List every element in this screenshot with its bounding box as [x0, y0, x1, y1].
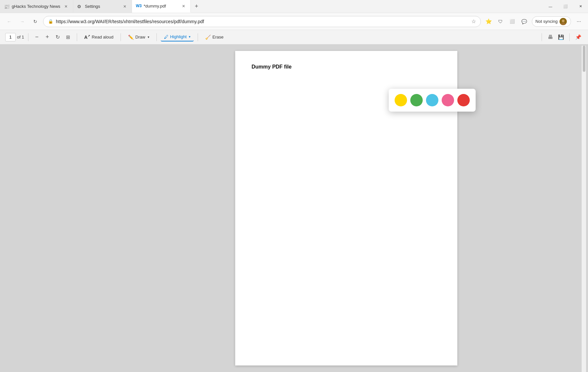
erase-button[interactable]: 🧹 Erase [202, 33, 227, 41]
highlight-button[interactable]: 🖊 Highlight ▾ [161, 33, 194, 41]
highlight-color-picker [389, 89, 476, 112]
tab-ghacks-close[interactable]: ✕ [63, 4, 69, 9]
tab-ghacks-title: gHacks Technology News [12, 4, 60, 9]
svg-point-1 [562, 20, 564, 22]
fit-page-icon: ⊞ [66, 34, 70, 40]
separator-3 [121, 33, 121, 41]
toolbar-icons: ⭐ 🛡 ⬜ 💬 [483, 16, 529, 27]
collections-icon: ⭐ [485, 18, 492, 24]
minimize-button[interactable]: — [543, 0, 558, 13]
scrollbar-track[interactable] [581, 46, 586, 372]
more-options-button[interactable]: ··· [574, 16, 584, 27]
separator-1 [28, 33, 28, 41]
draw-chevron-icon[interactable]: ▾ [148, 35, 149, 39]
tab-ghacks-favicon: 📰 [4, 4, 9, 9]
refresh-button[interactable]: ↻ [30, 16, 41, 27]
zoom-out-button[interactable]: − [32, 33, 41, 42]
draw-label: Draw [135, 35, 145, 39]
tab-pdf[interactable]: W3 *dummy.pdf ✕ [132, 0, 191, 13]
browser-essentials-icon: 🛡 [498, 19, 503, 24]
profile-avatar [560, 18, 567, 25]
forward-icon: → [20, 19, 24, 24]
draw-icon: ✏️ [128, 35, 134, 40]
fit-rotate-button[interactable]: ↻ [53, 33, 62, 42]
read-aloud-button[interactable]: A↗ Read aloud [81, 33, 117, 41]
refresh-icon: ↻ [33, 19, 37, 24]
tab-pdf-favicon: W3 [136, 4, 141, 9]
draw-button[interactable]: ✏️ Draw ▾ [125, 33, 152, 41]
pin-icon: 📌 [575, 34, 581, 40]
forward-button[interactable]: → [17, 16, 27, 27]
avatar-svg [560, 18, 567, 25]
save-button[interactable]: 💾 [556, 33, 565, 42]
pdf-toolbar: of 1 − + ↻ ⊞ A↗ Read aloud ✏️ Draw ▾ 🖊 H… [0, 30, 588, 44]
feedback-button[interactable]: 💬 [519, 16, 529, 27]
zoom-in-button[interactable]: + [43, 33, 52, 42]
maximize-button[interactable]: ⬜ [558, 0, 573, 13]
separator-7 [569, 33, 570, 41]
separator-5 [198, 33, 198, 41]
not-syncing-label: Not syncing [535, 19, 558, 24]
highlight-color-pink[interactable] [442, 94, 454, 106]
highlight-color-cyan[interactable] [426, 94, 438, 106]
feedback-icon: 💬 [521, 19, 527, 24]
lock-icon: 🔒 [48, 19, 53, 24]
zoom-out-icon: − [35, 34, 39, 40]
highlight-chevron-icon[interactable]: ▾ [189, 35, 190, 39]
title-bar: 📰 gHacks Technology News ✕ ⚙ Settings ✕ … [0, 0, 588, 13]
zoom-in-icon: + [45, 34, 49, 40]
new-tab-button[interactable]: + [191, 0, 203, 13]
back-button[interactable]: ← [4, 16, 14, 27]
separator-2 [77, 33, 77, 41]
highlight-color-green[interactable] [410, 94, 423, 106]
pdf-area: Dummy PDF file [111, 44, 581, 372]
print-icon: 🖶 [548, 34, 553, 40]
split-screen-button[interactable]: ⬜ [507, 16, 517, 27]
main-content: Dummy PDF file [0, 44, 588, 372]
close-button[interactable]: ✕ [573, 0, 588, 13]
tab-pdf-title: *dummy.pdf [144, 4, 178, 8]
pdf-title: Dummy PDF file [252, 64, 441, 70]
right-panel [581, 44, 588, 372]
scrollbar-thumb[interactable] [583, 46, 585, 72]
page-input-group: of 1 [5, 33, 24, 41]
page-number-input[interactable] [5, 33, 16, 41]
print-button[interactable]: 🖶 [546, 33, 555, 42]
highlight-icon: 🖊 [164, 34, 169, 39]
save-icon: 💾 [558, 34, 564, 40]
read-aloud-label: Read aloud [92, 35, 114, 39]
favorite-icon[interactable]: ☆ [471, 18, 476, 24]
tab-pdf-close[interactable]: ✕ [181, 3, 187, 9]
window-controls: — ⬜ ✕ [543, 0, 588, 13]
more-icon: ··· [577, 19, 581, 24]
back-icon: ← [7, 19, 11, 24]
pin-button[interactable]: 📌 [574, 33, 583, 42]
separator-6 [542, 33, 542, 41]
not-syncing-button[interactable]: Not syncing [532, 16, 571, 27]
tab-settings-favicon: ⚙ [77, 4, 82, 9]
highlight-color-yellow[interactable] [395, 94, 407, 106]
fit-rotate-icon: ↻ [56, 34, 60, 40]
tab-ghacks[interactable]: 📰 gHacks Technology News ✕ [0, 0, 73, 13]
highlight-label: Highlight [170, 34, 187, 39]
tab-settings-close[interactable]: ✕ [122, 4, 128, 9]
read-aloud-icon: A↗ [84, 34, 90, 40]
tab-settings[interactable]: ⚙ Settings ✕ [73, 0, 132, 13]
fit-page-button[interactable]: ⊞ [64, 33, 73, 42]
tab-settings-title: Settings [85, 4, 119, 9]
tabs-area: 📰 gHacks Technology News ✕ ⚙ Settings ✕ … [0, 0, 543, 13]
address-box[interactable]: 🔒 https://www.w3.org/WAI/ER/tests/xhtml/… [43, 16, 481, 27]
erase-icon: 🧹 [205, 35, 211, 40]
separator-4 [156, 33, 157, 41]
page-total: of 1 [17, 35, 24, 39]
address-bar: ← → ↻ 🔒 https://www.w3.org/WAI/ER/tests/… [0, 13, 588, 30]
highlight-color-red[interactable] [457, 94, 470, 106]
url-text: https://www.w3.org/WAI/ER/tests/xhtml/te… [56, 19, 469, 24]
erase-label: Erase [212, 35, 223, 39]
left-panel [0, 44, 111, 372]
collections-button[interactable]: ⭐ [483, 16, 494, 27]
browser-essentials-button[interactable]: 🛡 [495, 16, 506, 27]
split-screen-icon: ⬜ [510, 19, 515, 24]
